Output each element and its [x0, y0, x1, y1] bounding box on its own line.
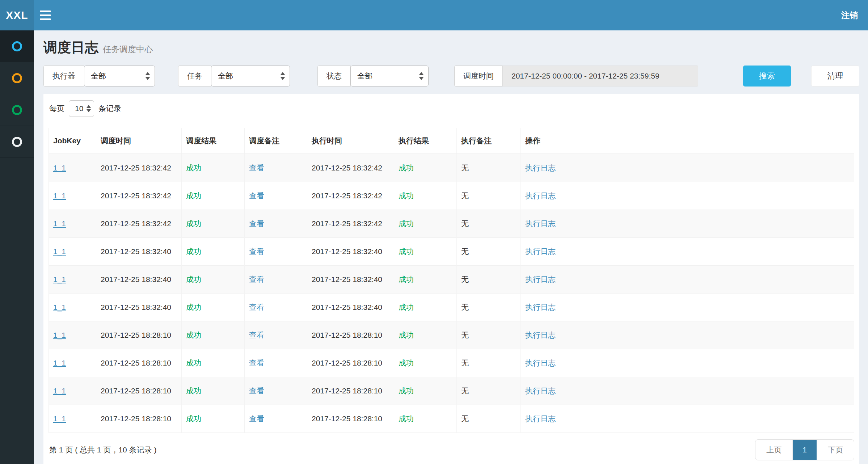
trigger-time-cell: 2017-12-25 18:32:40 [96, 238, 182, 266]
handle-time-cell: 2017-12-25 18:28:10 [307, 405, 394, 433]
trigger-msg-link[interactable]: 查看 [249, 164, 264, 172]
trigger-time-range-value: 2017-12-25 00:00:00 - 2017-12-25 23:59:5… [511, 72, 660, 80]
jobkey-link[interactable]: 1_1 [53, 387, 66, 395]
sidebar-menu-item-4[interactable] [0, 126, 34, 158]
exec-log-link[interactable]: 执行日志 [525, 247, 556, 256]
sidebar-menu-item-3[interactable] [0, 94, 34, 126]
handle-result-cell: 成功 [394, 294, 457, 321]
table-row: 1_1 2017-12-25 18:32:40 成功 查看 2017-12-25… [49, 294, 854, 321]
sidebar-menu-item-1[interactable] [0, 30, 34, 62]
table-row: 1_1 2017-12-25 18:32:42 成功 查看 2017-12-25… [49, 210, 854, 238]
jobkey-link[interactable]: 1_1 [53, 303, 66, 311]
handle-result-cell: 成功 [394, 154, 457, 182]
handle-result-cell: 成功 [394, 405, 457, 433]
pagination: 上页 1 下页 [755, 439, 854, 460]
handle-result-cell: 成功 [394, 349, 457, 377]
search-button[interactable]: 搜索 [743, 66, 791, 87]
status-select[interactable]: 全部 [350, 66, 429, 87]
jobkey-link[interactable]: 1_1 [53, 359, 66, 367]
exec-log-link[interactable]: 执行日志 [525, 275, 556, 283]
trigger-msg-link[interactable]: 查看 [249, 387, 264, 395]
status-filter-group: 状态 全部 [317, 66, 429, 87]
next-page-button[interactable]: 下页 [817, 440, 854, 460]
trigger-time-cell: 2017-12-25 18:32:42 [96, 210, 182, 238]
handle-result-cell: 成功 [394, 266, 457, 294]
handle-time-cell: 2017-12-25 18:32:42 [307, 182, 394, 210]
log-table-box: 每页 10 条记录 JobKey 调度时间 调度结果 调度备注 执行时间 执行结… [43, 94, 859, 464]
col-trigger-time: 调度时间 [96, 128, 182, 154]
exec-log-link[interactable]: 执行日志 [525, 164, 556, 172]
trigger-msg-link[interactable]: 查看 [249, 275, 264, 283]
trigger-msg-link[interactable]: 查看 [249, 191, 264, 200]
exec-log-link[interactable]: 执行日志 [525, 219, 556, 228]
job-select-value: 全部 [218, 71, 233, 81]
trigger-msg-link[interactable]: 查看 [249, 247, 264, 256]
jobkey-link[interactable]: 1_1 [53, 219, 66, 228]
filter-toolbar: 执行器 全部 任务 全部 状态 全部 调度时间 2017- [43, 66, 859, 87]
executor-select[interactable]: 全部 [84, 66, 155, 87]
trigger-time-cell: 2017-12-25 18:28:10 [96, 349, 182, 377]
sidebar-menu-item-2[interactable] [0, 62, 34, 94]
current-page-button[interactable]: 1 [792, 440, 817, 460]
jobkey-link[interactable]: 1_1 [53, 164, 66, 172]
trigger-time-range-input[interactable]: 2017-12-25 00:00:00 - 2017-12-25 23:59:5… [503, 66, 698, 87]
sidebar-toggle-button[interactable] [34, 0, 56, 30]
handle-msg-cell: 无 [457, 210, 521, 238]
exec-log-link[interactable]: 执行日志 [525, 331, 556, 339]
trigger-msg-link[interactable]: 查看 [249, 414, 264, 423]
executor-filter-label: 执行器 [43, 66, 84, 87]
table-header-row: JobKey 调度时间 调度结果 调度备注 执行时间 执行结果 执行备注 操作 [49, 128, 854, 154]
job-select[interactable]: 全部 [211, 66, 290, 87]
handle-time-cell: 2017-12-25 18:28:10 [307, 321, 394, 349]
page-subtitle: 任务调度中心 [103, 44, 153, 55]
trigger-msg-link[interactable]: 查看 [249, 219, 264, 228]
handle-result-cell: 成功 [394, 210, 457, 238]
jobkey-link[interactable]: 1_1 [53, 247, 66, 256]
handle-msg-cell: 无 [457, 266, 521, 294]
col-jobkey: JobKey [49, 128, 96, 154]
page-size-select[interactable]: 10 [69, 100, 94, 117]
trigger-result-cell: 成功 [182, 266, 245, 294]
trigger-time-cell: 2017-12-25 18:32:42 [96, 154, 182, 182]
handle-msg-cell: 无 [457, 154, 521, 182]
trigger-msg-link[interactable]: 查看 [249, 303, 264, 311]
table-row: 1_1 2017-12-25 18:32:42 成功 查看 2017-12-25… [49, 182, 854, 210]
executor-filter-group: 执行器 全部 [43, 66, 155, 87]
trigger-time-cell: 2017-12-25 18:28:10 [96, 321, 182, 349]
handle-msg-cell: 无 [457, 294, 521, 321]
executor-select-value: 全部 [91, 71, 106, 81]
trigger-result-cell: 成功 [182, 349, 245, 377]
jobkey-link[interactable]: 1_1 [53, 191, 66, 200]
trigger-result-cell: 成功 [182, 294, 245, 321]
table-row: 1_1 2017-12-25 18:28:10 成功 查看 2017-12-25… [49, 377, 854, 405]
handle-msg-cell: 无 [457, 377, 521, 405]
handle-time-cell: 2017-12-25 18:32:40 [307, 294, 394, 321]
table-row: 1_1 2017-12-25 18:28:10 成功 查看 2017-12-25… [49, 405, 854, 433]
logout-link[interactable]: 注销 [841, 10, 858, 21]
select-stepper-icon [280, 72, 285, 80]
handle-msg-cell: 无 [457, 238, 521, 266]
exec-log-link[interactable]: 执行日志 [525, 303, 556, 311]
handle-time-cell: 2017-12-25 18:32:40 [307, 238, 394, 266]
handle-msg-cell: 无 [457, 321, 521, 349]
exec-log-link[interactable]: 执行日志 [525, 414, 556, 423]
exec-log-link[interactable]: 执行日志 [525, 191, 556, 200]
page-title: 调度日志 [43, 38, 98, 57]
trigger-time-filter-group: 调度时间 2017-12-25 00:00:00 - 2017-12-25 23… [454, 66, 698, 87]
col-action: 操作 [521, 128, 854, 154]
trigger-time-cell: 2017-12-25 18:32:42 [96, 182, 182, 210]
jobkey-link[interactable]: 1_1 [53, 331, 66, 339]
circle-icon [12, 73, 22, 83]
exec-log-link[interactable]: 执行日志 [525, 359, 556, 367]
trigger-msg-link[interactable]: 查看 [249, 359, 264, 367]
exec-log-link[interactable]: 执行日志 [525, 387, 556, 395]
trigger-msg-link[interactable]: 查看 [249, 331, 264, 339]
jobkey-link[interactable]: 1_1 [53, 414, 66, 423]
prev-page-button[interactable]: 上页 [755, 440, 792, 460]
jobkey-link[interactable]: 1_1 [53, 275, 66, 283]
circle-icon [12, 137, 22, 147]
clear-button[interactable]: 清理 [811, 66, 859, 87]
app-logo[interactable]: XXL [0, 0, 34, 30]
job-filter-group: 任务 全部 [178, 66, 290, 87]
table-row: 1_1 2017-12-25 18:32:42 成功 查看 2017-12-25… [49, 154, 854, 182]
